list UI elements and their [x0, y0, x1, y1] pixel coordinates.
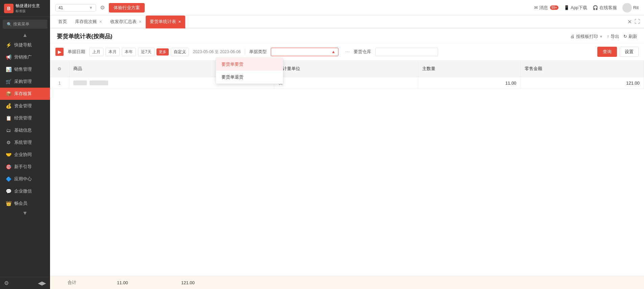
sidebar-item-operations[interactable]: 📋 经营管理 [0, 112, 50, 124]
tab-close-order-summary[interactable]: ✕ [178, 20, 181, 24]
basic-icon: 🗂 [5, 127, 11, 133]
tabbar-close-all[interactable]: ✕ [627, 19, 632, 25]
tab-home[interactable]: 首页 [54, 16, 71, 28]
guide-icon: 🎯 [5, 164, 11, 170]
type-arrow: ▲ [331, 49, 335, 54]
filter-divider [245, 48, 245, 55]
topbar-left: 41 ▼ ⚙ 体验行业方案 [55, 3, 145, 13]
query-button[interactable]: 查询 [597, 47, 617, 57]
dropdown-item-return[interactable]: 要货单退货 [216, 71, 283, 84]
sidebar-item-label: 应用中心 [14, 176, 32, 182]
enterprise-icon: 🤝 [5, 152, 11, 158]
settings-header[interactable]: ⚙ [50, 61, 69, 77]
sidebar-item-appstore[interactable]: 🔷 应用中心 [0, 173, 50, 185]
tab-close-inventory-batch[interactable]: ✕ [99, 20, 102, 24]
refresh-btn[interactable]: ↻ 刷新 [623, 34, 637, 40]
sidebar-item-sales[interactable]: 📊 销售管理 [0, 63, 50, 75]
settings-footer-icon[interactable]: ⚙ [4, 280, 9, 286]
type-select[interactable]: ▲ [271, 48, 338, 56]
app-download-btn[interactable]: 📱 App下载 [564, 5, 587, 11]
sidebar-item-vip[interactable]: 👑 畅会员 [0, 197, 50, 209]
filter-actions: 查询 设置 [597, 47, 639, 57]
filter-expand-btn[interactable]: ▶ [55, 48, 64, 56]
message-icon: ✉ [534, 5, 538, 10]
vip-icon: 👑 [5, 200, 11, 206]
page-header: 要货单统计表(按商品) 🖨 按模板打印 ▼ ↑ 导出 ↻ 刷新 [50, 28, 644, 43]
sidebar-search[interactable]: 🔍 搜索菜单 [3, 20, 47, 29]
wechat-icon: 💬 [5, 188, 11, 194]
tab-inventory-batch[interactable]: 库存批次账 ✕ [71, 16, 106, 28]
table-wrapper: ⚙ 商品 主计量单位 主数量 零售金额 1 [50, 61, 644, 276]
warehouse-input[interactable] [375, 48, 438, 56]
date-last-7days[interactable]: 近7天 [138, 48, 154, 56]
company-selector[interactable]: 41 ▼ [55, 4, 96, 12]
sidebar-item-inventory[interactable]: 📦 库存核算 [0, 88, 50, 100]
sidebar-nav: ▲ ⚡ 快捷导航 📢 营销推广 📊 销售管理 🛒 采购管理 📦 库存核算 💰 资… [0, 31, 50, 277]
sidebar-item-basic[interactable]: 🗂 基础信息 [0, 124, 50, 136]
print-btn[interactable]: 🖨 按模板打印 ▼ [570, 34, 603, 40]
online-service-btn[interactable]: 🎧 在线客服 [593, 5, 617, 11]
footer-label: 合计 [54, 280, 117, 286]
tab-order-summary[interactable]: 要货单统计表 ✕ [146, 16, 185, 28]
topbar: 41 ▼ ⚙ 体验行业方案 ✉ 消息 99+ 📱 App下载 🎧 在线客服 R [50, 0, 644, 16]
tabbar-expand[interactable]: ⛶ [635, 19, 640, 25]
date-this-month[interactable]: 本月 [105, 48, 120, 56]
date-custom[interactable]: 自定义 [171, 48, 189, 56]
tab-receipt-summary[interactable]: 收发存汇总表 ✕ [106, 16, 146, 28]
export-btn[interactable]: ↑ 导出 [607, 34, 620, 40]
date-label: 单据日期 [68, 49, 85, 55]
table-row: 1 块 11.00 121.00 [50, 77, 644, 89]
printer-icon: 🖨 [570, 34, 575, 39]
footer-amount: 121.00 [181, 280, 215, 285]
dropdown-menu: 要货单要货 要货单退货 [216, 58, 283, 84]
date-last-month[interactable]: 上月 [89, 48, 103, 56]
sidebar-item-guide[interactable]: 🎯 新手引导 [0, 161, 50, 173]
logo-text: 畅捷通好生意 标准版 [16, 3, 40, 13]
row-amount: 121.00 [521, 77, 644, 89]
sidebar-item-wechat[interactable]: 💬 企业微信 [0, 185, 50, 197]
system-icon: ⚙ [5, 139, 11, 146]
sidebar-item-label: 企业协同 [14, 152, 32, 158]
user-avatar[interactable]: Rit [622, 3, 639, 13]
filter-more-dots[interactable]: ··· [345, 49, 350, 55]
scroll-down-btn[interactable]: ▼ [0, 209, 50, 217]
sidebar-item-label: 企业微信 [14, 188, 32, 194]
trial-button[interactable]: 体验行业方案 [109, 3, 145, 13]
topbar-settings-icon[interactable]: ⚙ [100, 4, 105, 11]
sidebar-toggle-icon[interactable]: ◀▶ [38, 280, 46, 286]
footer-quantity: 11.00 [117, 280, 181, 285]
type-dropdown: 要货单要货 要货单退货 [216, 58, 283, 84]
warehouse-label: 要货仓库 [354, 49, 371, 55]
message-badge: 99+ [550, 5, 558, 10]
set-button[interactable]: 设置 [620, 47, 639, 57]
scroll-up-btn[interactable]: ▲ [0, 31, 50, 39]
messages-btn[interactable]: ✉ 消息 99+ [534, 5, 558, 11]
main-area: 41 ▼ ⚙ 体验行业方案 ✉ 消息 99+ 📱 App下载 🎧 在线客服 R [50, 0, 644, 289]
page-content: 要货单统计表(按商品) 🖨 按模板打印 ▼ ↑ 导出 ↻ 刷新 ▶ [50, 28, 644, 289]
row-index: 1 [50, 77, 69, 89]
row-unit: 块 [274, 77, 418, 89]
tab-close-receipt-summary[interactable]: ✕ [139, 20, 142, 24]
footer-values: 11.00 121.00 [117, 280, 215, 285]
type-input[interactable] [274, 49, 331, 54]
logo-icon: B [4, 4, 14, 13]
date-more[interactable]: 更多 [157, 48, 169, 55]
sidebar-item-label: 快捷导航 [14, 42, 32, 48]
sidebar-footer: ⚙ ◀▶ [0, 277, 50, 289]
date-this-year[interactable]: 本年 [122, 48, 136, 56]
sidebar-item-shortcut[interactable]: ⚡ 快捷导航 [0, 39, 50, 51]
sidebar-item-finance[interactable]: 💰 资金管理 [0, 100, 50, 112]
col-amount: 零售金额 [521, 61, 644, 77]
page-title: 要货单统计表(按商品) [57, 32, 112, 40]
sidebar-item-enterprise[interactable]: 🤝 企业协同 [0, 149, 50, 161]
selector-arrow: ▼ [89, 5, 93, 10]
purchase-icon: 🛒 [5, 79, 11, 85]
sidebar-item-purchase[interactable]: 🛒 采购管理 [0, 75, 50, 88]
marketing-icon: 📢 [5, 54, 11, 60]
sidebar-item-system[interactable]: ⚙ 系统管理 [0, 136, 50, 149]
topbar-right: ✉ 消息 99+ 📱 App下载 🎧 在线客服 Rit [534, 3, 639, 13]
sales-icon: 📊 [5, 66, 11, 72]
col-quantity: 主数量 [418, 61, 521, 77]
dropdown-item-order[interactable]: 要货单要货 [216, 58, 283, 71]
sidebar-item-marketing[interactable]: 📢 营销推广 [0, 51, 50, 63]
